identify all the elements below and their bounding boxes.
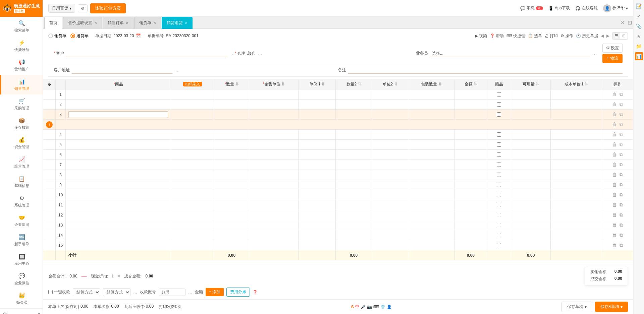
unit-cell[interactable] — [249, 220, 299, 230]
rp-notes-icon[interactable]: 📝 — [635, 2, 643, 10]
product-cell[interactable] — [66, 240, 171, 250]
price-cell[interactable] — [299, 230, 336, 240]
amount-cell[interactable] — [454, 220, 487, 230]
amount-cell[interactable] — [454, 150, 487, 160]
product-cell[interactable] — [66, 160, 171, 170]
delete-row-icon[interactable]: 🗑 — [612, 91, 617, 97]
product-cell[interactable] — [66, 150, 171, 160]
delete-row-icon[interactable]: 🗑 — [612, 212, 617, 217]
settle-method-select[interactable]: 结算方式 — [103, 288, 130, 296]
delete-row-icon[interactable]: 🗑 — [612, 112, 617, 117]
add-payment-btn[interactable]: + 添加 — [206, 288, 224, 296]
radio-sale-out[interactable]: 销货单 — [48, 33, 66, 39]
one-click-check[interactable] — [48, 290, 53, 294]
copy-row-icon[interactable]: ⧉ — [620, 202, 623, 207]
tab-sale-price[interactable]: 售价提取设置 ✕ — [63, 17, 102, 29]
pkg-cell[interactable] — [408, 150, 455, 160]
save-draft-btn[interactable]: 保存草稿 ▾ — [561, 302, 592, 312]
sidebar-item-search[interactable]: 🔍 搜索菜单 — [0, 17, 43, 36]
gift-checkbox[interactable] — [497, 142, 501, 147]
qty-cell[interactable] — [214, 230, 249, 240]
copy-row-icon[interactable]: ⧉ — [620, 222, 623, 228]
settings-bottom-icon[interactable]: ⚙ — [3, 311, 7, 314]
unit2-cell[interactable] — [372, 150, 408, 160]
qty2-cell[interactable] — [336, 200, 372, 210]
collapse-icon[interactable]: ◀ — [36, 311, 40, 314]
qty2-cell[interactable] — [336, 180, 372, 190]
sidebar-item-operations[interactable]: 📈 经营管理 — [0, 153, 43, 172]
delete-add-row-icon[interactable]: 🗑 — [612, 122, 617, 127]
unit-cell[interactable] — [249, 150, 299, 160]
pkg-cell[interactable] — [408, 230, 455, 240]
calendar-icon[interactable]: 📅 — [136, 34, 141, 38]
product-cell[interactable] — [66, 210, 171, 220]
unit2-cell[interactable] — [372, 240, 408, 250]
sidebar-item-enterprise[interactable]: 🤝 企业协同 — [0, 211, 43, 231]
copy-row-icon[interactable]: ⧉ — [620, 212, 623, 217]
qty-cell[interactable] — [214, 220, 249, 230]
th-scan[interactable]: 扫码录入 — [171, 79, 214, 89]
copy-row-icon[interactable]: ⧉ — [620, 232, 623, 238]
view-list-btn[interactable]: ☰ — [612, 33, 620, 39]
price-cell[interactable] — [299, 220, 336, 230]
experience-button[interactable]: 体验行业方案 — [90, 3, 126, 13]
amount-cell[interactable] — [454, 190, 487, 200]
rp-folder-icon[interactable]: 📁 — [635, 42, 643, 50]
amount-cell[interactable] — [454, 230, 487, 240]
price-cell[interactable] — [299, 130, 336, 140]
nav-next-icon[interactable]: ▶ — [606, 34, 609, 38]
address-dots[interactable]: … — [175, 68, 180, 73]
unit2-cell[interactable] — [372, 230, 408, 240]
gift-checkbox[interactable] — [497, 203, 501, 207]
unit2-cell[interactable] — [372, 200, 408, 210]
pkg-cell[interactable] — [408, 130, 455, 140]
price-cell[interactable] — [299, 170, 336, 180]
delete-row-icon[interactable]: 🗑 — [612, 132, 617, 137]
qty2-cell[interactable] — [336, 130, 372, 140]
qty-cell[interactable] — [214, 240, 249, 250]
close-window-btn[interactable]: ✕ — [621, 19, 625, 26]
copy-row-icon[interactable]: ⧉ — [620, 242, 623, 248]
copy-row-icon[interactable]: ⧉ — [620, 132, 623, 137]
pkg-cell[interactable] — [408, 240, 455, 250]
qty-cell[interactable] — [214, 150, 249, 160]
product-cell[interactable] — [66, 190, 171, 200]
unit-cell[interactable] — [249, 110, 299, 120]
unit2-cell[interactable] — [372, 190, 408, 200]
dropdown-arrow[interactable]: ▾ — [585, 305, 587, 309]
qty2-cell[interactable] — [336, 230, 372, 240]
copy-row-icon[interactable]: ⧉ — [620, 152, 623, 157]
save-new-arrow[interactable]: ▾ — [621, 305, 623, 309]
qty-cell[interactable] — [214, 130, 249, 140]
message-btn[interactable]: 💬 消息 70 — [520, 5, 543, 11]
sidebar-item-inventory[interactable]: 📦 库存核算 — [0, 114, 43, 133]
pkg-cell[interactable] — [408, 140, 455, 150]
product-cell[interactable] — [66, 110, 171, 120]
qty2-cell[interactable] — [336, 220, 372, 230]
amount-cell[interactable] — [454, 130, 487, 140]
unit-cell[interactable] — [249, 160, 299, 170]
copy-add-row-icon[interactable]: ⧉ — [620, 122, 623, 127]
help-btn-footer[interactable]: ❓ — [253, 290, 258, 295]
amount-cell[interactable] — [454, 170, 487, 180]
delete-row-icon[interactable]: 🗑 — [612, 102, 617, 107]
qty2-cell[interactable] — [336, 100, 372, 110]
qty-cell[interactable] — [214, 180, 249, 190]
sidebar-item-finance[interactable]: 💰 资金管理 — [0, 133, 43, 153]
delete-row-icon[interactable]: 🗑 — [612, 162, 617, 167]
qty2-cell[interactable] — [336, 140, 372, 150]
copy-row-icon[interactable]: ⧉ — [620, 192, 623, 197]
delete-row-icon[interactable]: 🗑 — [612, 192, 617, 197]
unit2-cell[interactable] — [372, 180, 408, 190]
sidebar-item-guide[interactable]: 🆕 新手引导 — [0, 231, 43, 250]
gift-checkbox[interactable] — [497, 213, 501, 217]
pkg-cell[interactable] — [408, 100, 455, 110]
sidebar-item-marketing[interactable]: 📢 营销推广 — [0, 56, 43, 75]
delete-row-icon[interactable]: 🗑 — [612, 202, 617, 207]
product-cell[interactable] — [66, 220, 171, 230]
rp-star-icon[interactable]: ★ — [635, 32, 643, 40]
tab-sale-price-close[interactable]: ✕ — [94, 21, 97, 25]
pkg-cell[interactable] — [408, 160, 455, 170]
sidebar-item-purchase[interactable]: 🛒 采购管理 — [0, 95, 43, 114]
unit2-cell[interactable] — [372, 100, 408, 110]
